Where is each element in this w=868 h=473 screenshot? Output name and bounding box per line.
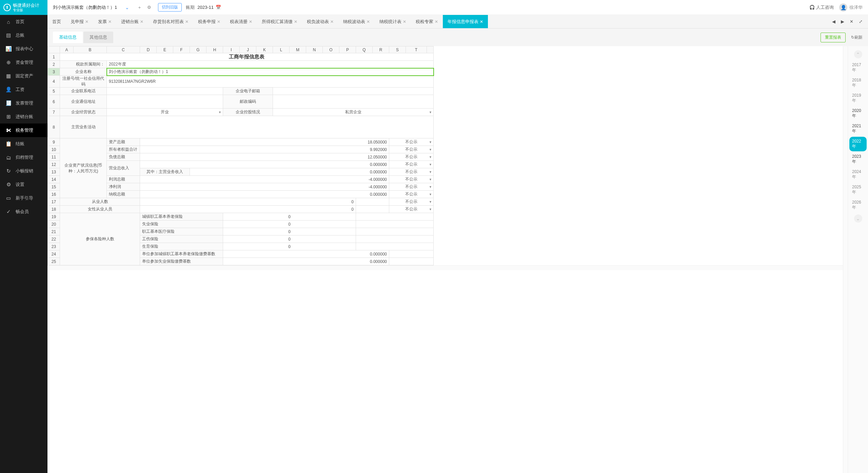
tab-close-icon[interactable]: ✕ [367,19,370,24]
row-header[interactable]: 17 [48,198,60,206]
nav-item[interactable]: 👤工资 [0,83,47,96]
cell[interactable] [356,235,434,243]
tab[interactable]: 年报信息申报表✕ [443,15,488,28]
row-header[interactable]: 7 [48,109,60,116]
row-header[interactable]: 12 [48,161,60,168]
tab-close-icon[interactable]: ✕ [403,19,406,24]
old-version-button[interactable]: 切到旧版 [158,3,182,12]
tab[interactable]: 兑申报✕ [66,15,93,28]
cell[interactable]: -4.000000 [140,183,389,191]
corner-cell[interactable] [48,46,60,53]
cell[interactable]: 12.050000 [140,153,389,161]
user-menu[interactable]: 👤 徐泽华 [839,3,863,12]
col-header[interactable]: L [273,46,290,53]
dropdown-cell[interactable]: 不公示 [389,146,434,153]
col-header[interactable]: G [190,46,206,53]
row-header[interactable]: 11 [48,153,60,161]
account-selector[interactable]: 刘小艳演示账套（勿删勿动！）1 [53,4,117,11]
horizontal-scrollbar[interactable] [47,265,843,270]
row-header[interactable]: 19 [48,213,60,221]
dropdown-cell[interactable]: 不公示 [389,153,434,161]
year-item[interactable]: 2017年 [849,60,867,75]
col-header[interactable]: P [339,46,356,53]
dropdown-cell[interactable]: 不公示 [389,161,434,168]
nav-item[interactable]: ✀税务管理 [0,124,47,137]
tab[interactable]: 首页 [47,15,66,28]
tab[interactable]: 发票✕ [93,15,116,28]
tab[interactable]: 税务申报✕ [193,15,225,28]
tab[interactable]: 存货别名对照表✕ [148,15,193,28]
col-header[interactable]: Q [356,46,373,53]
tab-close-icon[interactable]: ✕ [140,19,143,24]
row-header[interactable]: 9 [48,138,60,146]
tab[interactable]: 税负波动表✕ [302,15,338,28]
col-header[interactable]: O [323,46,339,53]
year-item[interactable]: 2021年 [849,121,867,136]
col-header[interactable]: B [74,46,107,53]
tab-close-icon[interactable]: ✕ [217,19,220,24]
tab[interactable]: 纳税波动表✕ [338,15,375,28]
row-header[interactable]: 8 [48,116,60,138]
dropdown-cell[interactable]: 私营企业 [273,109,434,116]
row-header[interactable]: 16 [48,191,60,198]
cell[interactable]: 18.050000 [140,138,389,146]
row-header[interactable]: 5 [48,88,60,95]
cell[interactable]: 刘小艳演示账套（勿删勿动！）1 [107,68,434,76]
nav-item[interactable]: ▦固定资产 [0,69,47,83]
refresh-button[interactable]: ↻ 刷新 [851,35,863,40]
cell[interactable] [356,221,434,228]
row-header[interactable]: 2 [48,61,60,68]
dropdown-cell[interactable]: 开业 [107,109,223,116]
nav-item[interactable]: ↻小畅报销 [0,164,47,178]
cell[interactable] [389,250,434,258]
tab-close-icon[interactable]: ✕ [480,19,483,24]
col-header[interactable]: F [173,46,190,53]
dropdown-cell[interactable]: 不公示 [389,198,434,206]
cell[interactable] [273,88,434,95]
cell[interactable]: 91320811MA7NGR2W6R [107,76,434,88]
nav-item[interactable]: ⚙设置 [0,178,47,191]
cell[interactable]: 0 [223,243,356,250]
cell[interactable]: 0.000000 [140,161,389,168]
tab-close-icon[interactable]: ✕ [435,19,438,24]
cell[interactable]: 0.000000 [190,168,389,176]
tab-prev-icon[interactable]: ◀ [829,19,838,24]
tab-close-icon[interactable]: ✕ [108,19,112,24]
cell[interactable] [356,206,389,213]
col-header[interactable]: D [140,46,157,53]
period-value[interactable]: 2023-11 [197,5,214,10]
year-item[interactable]: 2026年 [849,198,867,212]
col-header[interactable]: C [107,46,140,53]
row-header[interactable]: 14 [48,176,60,183]
col-header[interactable]: M [290,46,306,53]
row-header[interactable]: 1 [48,53,60,61]
row-header[interactable]: 3 [48,68,60,76]
row-header[interactable]: 20 [48,221,60,228]
cell[interactable] [273,95,434,109]
reset-report-button[interactable]: 重置报表 [821,33,846,42]
nav-item[interactable]: ⊕资金管理 [0,56,47,69]
col-header[interactable]: A [60,46,74,53]
calendar-icon[interactable]: 📅 [216,5,221,10]
tab-close-all-icon[interactable]: ✕ [847,19,856,24]
row-header[interactable]: 4 [48,76,60,88]
col-header[interactable]: H [206,46,223,53]
year-item[interactable]: 2018年 [849,76,867,90]
col-header[interactable]: S [389,46,406,53]
row-header[interactable]: 10 [48,146,60,153]
year-item[interactable]: 2023年 [849,152,867,167]
tab[interactable]: 所得税汇算清缴✕ [257,15,302,28]
col-header[interactable]: J [240,46,256,53]
dropdown-cell[interactable]: 不公示 [389,138,434,146]
tab[interactable]: 进销台账✕ [116,15,148,28]
cell[interactable] [107,95,223,109]
cell[interactable]: 0.000000 [223,258,389,265]
cell[interactable]: -4.000000 [140,176,389,183]
nav-item[interactable]: ⌂首页 [0,15,47,29]
cell[interactable]: 0.000000 [140,191,389,198]
year-item[interactable]: 2022年 [849,137,867,151]
cell[interactable]: 0 [223,213,356,221]
subtab-other[interactable]: 其他信息 [83,32,113,43]
nav-item[interactable]: 📋结账 [0,137,47,151]
row-header[interactable]: 24 [48,250,60,258]
